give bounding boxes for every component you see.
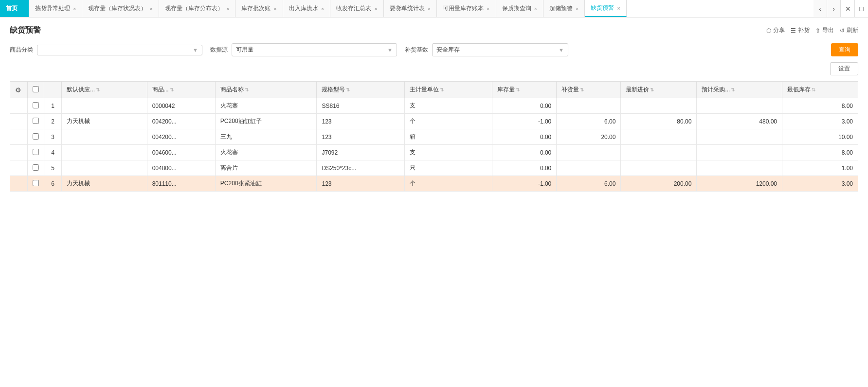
replenish-action[interactable]: ☰ 补货 [791, 26, 810, 35]
cell-checkbox-3[interactable] [28, 145, 44, 160]
cell-checkbox-0[interactable] [28, 98, 44, 114]
gear-icon[interactable]: ⚙ [15, 86, 21, 94]
cell-checkbox-2[interactable] [28, 129, 44, 145]
settings-button[interactable]: 设置 [830, 62, 858, 75]
cell-price-1: 80.00 [621, 114, 697, 129]
tab-shortage[interactable]: 缺货预警× [585, 0, 626, 17]
table-row[interactable]: 2 力天机械 004200... PC200油缸缸子 123 个 -1.00 6… [10, 114, 858, 129]
table-row[interactable]: 1 0000042 火花塞 SS816 支 0.00 8.00 [10, 98, 858, 114]
tab-inventory-dist[interactable]: 现存量（库存分布表）× [159, 0, 235, 17]
datasource-filter-group: 数据源 可用量 ▼ [210, 43, 397, 56]
col-default-supplier[interactable]: 默认供应...⇅ [62, 82, 147, 98]
cell-minstock-5: 3.00 [782, 176, 858, 192]
replenish-base-select[interactable]: 安全库存 ▼ [432, 43, 568, 56]
table-row[interactable]: 3 004200... 三九 123 箱 0.00 20.00 10.00 [10, 129, 858, 145]
col-estimated-purchase[interactable]: 预计采购...⇅ [697, 82, 782, 98]
col-spec[interactable]: 规格型号⇅ [317, 82, 405, 98]
row-checkbox-5[interactable] [33, 180, 39, 186]
row-checkbox-2[interactable] [33, 133, 39, 140]
row-checkbox-0[interactable] [33, 102, 39, 108]
col-checkbox[interactable] [28, 82, 44, 98]
cell-checkbox-4[interactable] [28, 160, 44, 176]
col-product-code[interactable]: 商品...⇅ [147, 82, 215, 98]
col-unit[interactable]: 主计量单位⇅ [405, 82, 492, 98]
tab-close-expiry-query[interactable]: × [534, 6, 537, 12]
table-row[interactable]: 4 004600... 火花塞 J7092 支 0.00 8.00 [10, 145, 858, 160]
tab-close-current[interactable]: ✕ [841, 0, 854, 18]
filter-bar-1: 商品分类 ▼ 数据源 可用量 ▼ 补货基数 安全库存 ▼ 查询 [10, 43, 858, 56]
cell-settings-4 [10, 160, 28, 176]
sort-icon-product-code[interactable]: ⇅ [170, 87, 174, 92]
cell-supplier-3 [62, 145, 147, 160]
col-min-stock[interactable]: 最低库存⇅ [782, 82, 858, 98]
sort-icon-spec[interactable]: ⇅ [346, 87, 350, 92]
select-all-checkbox[interactable] [33, 86, 39, 92]
sort-icon-price[interactable]: ⇅ [650, 87, 654, 92]
table-row[interactable]: 5 004800... 离合片 DS250*23c... 只 0.00 1.00 [10, 160, 858, 176]
cell-minstock-0: 8.00 [782, 98, 858, 114]
sort-icon-unit[interactable]: ⇅ [440, 87, 444, 92]
tab-close-in-out-flow[interactable]: × [321, 6, 324, 12]
cell-price-0 [621, 98, 697, 114]
category-select[interactable]: ▼ [37, 45, 202, 55]
tab-close-batch-account[interactable]: × [273, 6, 276, 12]
datasource-select[interactable]: 可用量 ▼ [232, 43, 397, 56]
cell-stock-3: 0.00 [492, 145, 557, 160]
tab-label-inventory-dist: 现存量（库存分布表） [165, 4, 223, 13]
tab-order-stat[interactable]: 要货单统计表× [384, 0, 437, 17]
cell-stock-2: 0.00 [492, 129, 557, 145]
sort-icon-replenish[interactable]: ⇅ [580, 87, 584, 92]
cell-supplier-4 [62, 160, 147, 176]
sort-icon-supplier[interactable]: ⇅ [96, 87, 100, 92]
tab-inventory-status[interactable]: 现存量（库存状况表）× [82, 0, 159, 17]
tab-receive-summary[interactable]: 收发存汇总表× [330, 0, 383, 17]
share-action[interactable]: ⬡ 分享 [766, 26, 785, 35]
tab-defect-handling[interactable]: 拣货异常处理× [29, 0, 82, 17]
tab-close-inventory-dist[interactable]: × [226, 6, 229, 12]
tab-expiry-query[interactable]: 保质期查询× [496, 0, 543, 17]
tab-close-shortage[interactable]: × [617, 5, 620, 11]
tab-close-overstock[interactable]: × [576, 6, 579, 12]
tab-overstock[interactable]: 超储预警× [543, 0, 585, 17]
col-latest-price[interactable]: 最新进价⇅ [621, 82, 697, 98]
cell-stock-4: 0.00 [492, 160, 557, 176]
sort-icon-min-stock[interactable]: ⇅ [812, 87, 815, 92]
cell-spec-0: SS816 [317, 98, 405, 114]
cell-checkbox-1[interactable] [28, 114, 44, 129]
tab-close-inventory-status[interactable]: × [149, 6, 152, 12]
col-stock-qty[interactable]: 库存量⇅ [492, 82, 557, 98]
query-button[interactable]: 查询 [831, 43, 858, 56]
cell-name-1: PC200油缸缸子 [215, 114, 317, 129]
col-product-name[interactable]: 商品名称⇅ [215, 82, 317, 98]
col-settings[interactable]: ⚙ [10, 82, 28, 98]
table-row[interactable]: 6 力天机械 801110... PC200张紧油缸 123 个 -1.00 6… [10, 176, 858, 192]
row-checkbox-4[interactable] [33, 164, 39, 171]
export-action[interactable]: ⇧ 导出 [815, 26, 834, 35]
row-checkbox-3[interactable] [33, 149, 39, 155]
tab-batch-account[interactable]: 库存批次账× [235, 0, 283, 17]
tab-in-out-flow[interactable]: 出入库流水× [283, 0, 330, 17]
sort-icon-estimated[interactable]: ⇅ [731, 87, 735, 92]
tab-close-available-ledger[interactable]: × [487, 6, 489, 12]
tab-scroll-right[interactable]: › [827, 0, 841, 17]
cell-price-5: 200.00 [621, 176, 697, 192]
tab-maximize[interactable]: □ [854, 0, 868, 18]
sort-icon-stock[interactable]: ⇅ [516, 87, 520, 92]
tab-close-receive-summary[interactable]: × [374, 6, 377, 12]
cell-replenish-4 [557, 160, 621, 176]
row-checkbox-1[interactable] [33, 118, 39, 124]
tab-home[interactable]: 首页 [0, 0, 29, 17]
tab-close-defect-handling[interactable]: × [73, 6, 76, 12]
cell-checkbox-5[interactable] [28, 176, 44, 192]
cell-replenish-3 [557, 145, 621, 160]
tab-scroll-left[interactable]: ‹ [814, 0, 827, 17]
sort-icon-product-name[interactable]: ⇅ [245, 87, 249, 92]
page-header: 缺货预警 ⬡ 分享 ☰ 补货 ⇧ 导出 ↺ 刷新 [10, 25, 858, 35]
refresh-action[interactable]: ↺ 刷新 [840, 26, 858, 35]
tab-available-ledger[interactable]: 可用量库存账本× [437, 0, 496, 17]
cell-stock-0: 0.00 [492, 98, 557, 114]
table-header-row: ⚙ 默认供应...⇅ 商品...⇅ 商品名称⇅ 规格型号⇅ [10, 82, 858, 98]
tab-label-available-ledger: 可用量库存账本 [443, 4, 484, 13]
col-replenish-qty[interactable]: 补货量⇅ [557, 82, 621, 98]
tab-close-order-stat[interactable]: × [428, 6, 431, 12]
